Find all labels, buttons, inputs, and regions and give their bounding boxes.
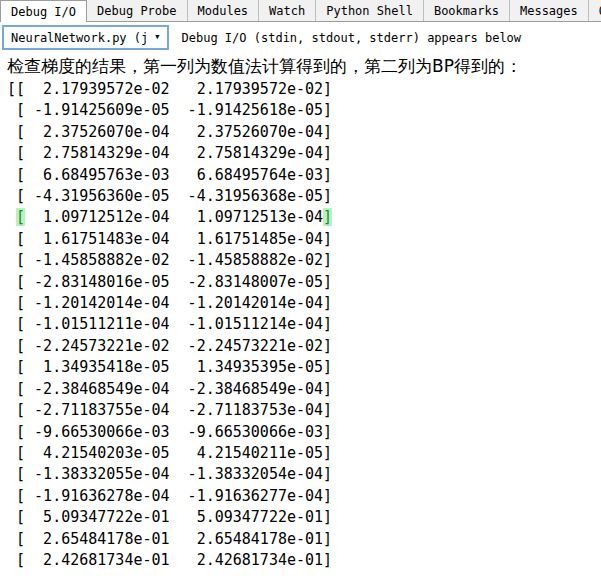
process-selector-dropdown[interactable]: NeuralNetwork.py (j ▼ xyxy=(2,25,169,50)
matrix-row: [[ 2.17939572e-02 2.17939572e-02] xyxy=(0,79,601,100)
chevron-down-icon: ▼ xyxy=(155,34,159,41)
gradient-matrix: [[ 2.17939572e-02 2.17939572e-02] [ -1.9… xyxy=(0,79,601,571)
matrix-row: [ 2.65484178e-01 2.65484178e-01] xyxy=(0,529,601,550)
tab-debug-probe[interactable]: Debug Probe xyxy=(87,0,187,21)
matrix-row: [ -2.24573221e-02 -2.24573221e-02] xyxy=(0,336,601,357)
matrix-row: [ 1.61751483e-04 1.61751485e-04] xyxy=(0,229,601,250)
tab-bookmarks[interactable]: Bookmarks xyxy=(424,0,510,21)
debug-io-caption: Debug I/O (stdin, stdout, stderr) appear… xyxy=(182,31,522,45)
bracket-match-highlight-open: [ xyxy=(16,208,25,226)
matrix-row: [ -1.01511211e-04 -1.01511214e-04] xyxy=(0,314,601,335)
debug-tool-tabbar: Debug I/ODebug ProbeModulesWatchPython S… xyxy=(0,0,601,22)
matrix-row: [ 5.09347722e-01 5.09347722e-01] xyxy=(0,507,601,528)
process-selector-label: NeuralNetwork.py (j xyxy=(11,31,148,45)
matrix-row: [ 6.68495763e-03 6.68495764e-03] xyxy=(0,165,601,186)
matrix-row: [ 2.75814329e-04 2.75814329e-04] xyxy=(0,143,601,164)
debug-output-pane[interactable]: 检查梯度的结果，第一列为数值法计算得到的，第二列为BP得到的： [[ 2.179… xyxy=(0,54,601,571)
bracket-match-highlight-close: ] xyxy=(323,208,332,226)
matrix-row: [ -9.66530066e-03 -9.66530066e-03] xyxy=(0,422,601,443)
matrix-row: [ -4.31956360e-05 -4.31956368e-05] xyxy=(0,186,601,207)
matrix-row: [ -1.91636278e-04 -1.91636277e-04] xyxy=(0,486,601,507)
matrix-row: [ -1.45858882e-02 -1.45858882e-02] xyxy=(0,250,601,271)
tab-debug-io[interactable]: Debug I/O xyxy=(0,0,87,22)
matrix-row: [ -2.83148016e-05 -2.83148007e-05] xyxy=(0,272,601,293)
tab-modules[interactable]: Modules xyxy=(188,0,260,21)
matrix-row: [ -1.38332055e-04 -1.38332054e-04] xyxy=(0,464,601,485)
matrix-row: [ 2.42681734e-01 2.42681734e-01] xyxy=(0,550,601,571)
matrix-row: [ -1.20142014e-04 -1.20142014e-04] xyxy=(0,293,601,314)
debug-io-toolbar: NeuralNetwork.py (j ▼ Debug I/O (stdin, … xyxy=(0,22,601,53)
matrix-row: [ 2.37526070e-04 2.37526070e-04] xyxy=(0,122,601,143)
matrix-row: [ 4.21540203e-05 4.21540211e-05] xyxy=(0,443,601,464)
tab-os-commands[interactable]: OS Commands xyxy=(589,0,601,21)
matrix-row: [ -1.91425609e-05 -1.91425618e-05] xyxy=(0,100,601,121)
tab-watch[interactable]: Watch xyxy=(259,0,316,21)
matrix-row: [ 1.34935418e-05 1.34935395e-05] xyxy=(0,357,601,378)
tabbar-bottom-border xyxy=(0,21,601,22)
tab-python-shell[interactable]: Python Shell xyxy=(316,0,424,21)
output-header-line: 检查梯度的结果，第一列为数值法计算得到的，第二列为BP得到的： xyxy=(0,54,601,79)
matrix-row: [ -2.71183755e-04 -2.71183753e-04] xyxy=(0,400,601,421)
tab-messages[interactable]: Messages xyxy=(510,0,589,21)
matrix-row: [ -2.38468549e-04 -2.38468549e-04] xyxy=(0,379,601,400)
matrix-row: [ 1.09712512e-04 1.09712513e-04] xyxy=(0,207,601,228)
